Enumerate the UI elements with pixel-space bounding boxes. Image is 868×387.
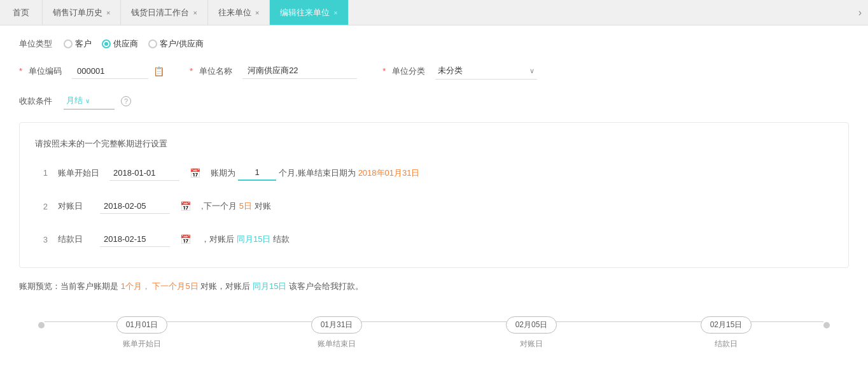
tab-sales-history-close[interactable]: ×: [106, 9, 110, 17]
row-3-date-input[interactable]: [100, 232, 170, 247]
tab-bar: 首页 销售订单历史 × 钱货日清工作台 × 往来单位 × 编辑往来单位 × ›: [0, 0, 868, 25]
unit-code-group: * 单位编码 📋: [19, 64, 164, 79]
unit-category-chevron: ∨: [529, 67, 535, 75]
tab-cash-work-close[interactable]: ×: [193, 9, 197, 17]
timeline-node-4: 02月15日 结款日: [629, 316, 823, 349]
preview-section: 账期预览：当前客户账期是 1个月， 下一个月5日 对账，对账后 同月15日 该客…: [19, 281, 849, 369]
row-1-date-input[interactable]: [109, 165, 179, 181]
timeline-node-1-badge: 01月01日: [116, 316, 168, 334]
tab-partner-close[interactable]: ×: [255, 9, 259, 17]
row-2-calendar-icon[interactable]: 📅: [180, 201, 191, 211]
row-1-suffix-prefix: 账期为: [211, 167, 235, 179]
timeline-node-4-label: 结款日: [715, 339, 738, 349]
radio-supplier-circle: [102, 39, 111, 48]
unit-type-radio-group: 客户 供应商 客户/供应商: [64, 38, 204, 50]
row-2-type: 对账日: [58, 201, 90, 212]
preview-part2: 下一个月5日: [152, 281, 198, 291]
unit-code-label: 单位编码: [29, 66, 62, 77]
setting-row-1: 1 账单开始日 📅 账期为 个月,账单结束日期为 2018年01月31日: [35, 165, 833, 181]
unit-name-group: * 单位名称: [190, 64, 357, 79]
timeline: 01月01日 账单开始日 01月31日 账单结束日 02月05日 对账日 02月…: [19, 310, 849, 369]
row-2-suffix-end: 对账: [255, 201, 271, 212]
help-icon[interactable]: ?: [121, 96, 131, 106]
radio-customer-supplier-circle: [148, 39, 157, 48]
radio-supplier-label: 供应商: [113, 38, 138, 50]
unit-category-group: * 单位分类 未分类 ∨: [382, 62, 537, 80]
radio-customer-supplier-label: 客户/供应商: [160, 38, 204, 50]
timeline-node-3-label: 对账日: [520, 339, 543, 349]
copy-icon[interactable]: 📋: [153, 66, 164, 76]
radio-customer-supplier[interactable]: 客户/供应商: [148, 38, 204, 50]
payment-terms-select[interactable]: 月结 ∨: [64, 92, 115, 109]
row-1-num: 1: [35, 168, 48, 178]
timeline-node-2-badge: 01月31日: [311, 316, 363, 334]
radio-customer-circle: [64, 39, 73, 48]
payment-terms-label: 收款条件: [19, 95, 52, 107]
tab-edit-partner-close[interactable]: ×: [333, 9, 337, 17]
unit-category-star: *: [382, 66, 386, 76]
row-1-highlight: 2018年01月31日: [358, 167, 420, 179]
preview-part5: 该客户会给我打款。: [289, 281, 363, 291]
radio-supplier[interactable]: 供应商: [102, 38, 138, 50]
row-1-type: 账单开始日: [58, 167, 99, 179]
radio-customer[interactable]: 客户: [64, 38, 92, 50]
tab-sales-history[interactable]: 销售订单历史 ×: [43, 0, 121, 25]
unit-name-star: *: [190, 66, 193, 76]
row-3-suffix-end: 结款: [273, 234, 290, 245]
timeline-end-dot: [823, 322, 830, 328]
row-1-suffix: 账期为 个月,账单结束日期为 2018年01月31日: [211, 165, 419, 181]
tab-expand-button[interactable]: ›: [852, 0, 868, 25]
row-1-suffix-mid: 个月,账单结束日期为: [279, 167, 356, 179]
row-2-highlight: 5日: [239, 201, 252, 212]
row-3-suffix: ，对账后 同月15日 结款: [201, 234, 290, 245]
row-1-calendar-icon[interactable]: 📅: [190, 168, 200, 178]
row-3-highlight: 同月15日: [237, 234, 270, 245]
preview-part3: 对账，对账后: [200, 281, 250, 291]
unit-type-row: 单位类型 客户 供应商 客户/供应商: [19, 38, 849, 50]
tab-edit-partner-label: 编辑往来单位: [280, 7, 330, 18]
preview-part1: 1个月，: [121, 281, 150, 291]
radio-customer-label: 客户: [75, 38, 92, 50]
info-row: * 单位编码 📋 * 单位名称 * 单位分类 未分类 ∨: [19, 62, 849, 80]
timeline-node-1: 01月01日 账单开始日: [45, 316, 239, 349]
unit-name-input[interactable]: [242, 64, 357, 79]
timeline-node-2: 01月31日 账单结束日: [239, 316, 434, 349]
setting-row-3: 3 结款日 📅 ，对账后 同月15日 结款: [35, 232, 833, 247]
tab-cash-work-label: 钱货日清工作台: [131, 7, 189, 18]
preview-part4: 同月15日: [253, 281, 286, 291]
payment-terms-chevron: ∨: [85, 97, 90, 104]
row-3-calendar-icon[interactable]: 📅: [180, 234, 191, 244]
payment-terms-value: 月结: [66, 95, 83, 106]
main-content: 单位类型 客户 供应商 客户/供应商 * 单位编码 📋 * 单位名称: [0, 25, 868, 387]
unit-category-label: 单位分类: [392, 66, 425, 77]
row-2-date-input[interactable]: [100, 199, 170, 214]
tab-sales-history-label: 销售订单历史: [53, 7, 102, 18]
unit-code-star: *: [19, 66, 22, 76]
unit-category-select[interactable]: 未分类 ∨: [435, 62, 537, 80]
timeline-node-1-label: 账单开始日: [123, 339, 161, 349]
row-2-num: 2: [35, 202, 48, 211]
row-3-type: 结款日: [58, 234, 90, 245]
tab-edit-partner[interactable]: 编辑往来单位 ×: [270, 0, 348, 25]
unit-name-label: 单位名称: [199, 66, 232, 77]
tab-partner[interactable]: 往来单位 ×: [208, 0, 270, 25]
payment-terms-row: 收款条件 月结 ∨ ?: [19, 92, 849, 109]
tab-partner-label: 往来单位: [218, 7, 251, 18]
row-1-month-input[interactable]: [238, 165, 276, 181]
row-3-suffix-prefix: ，对账后: [201, 234, 234, 245]
tab-cash-work[interactable]: 钱货日清工作台 ×: [121, 0, 207, 25]
tab-home[interactable]: 首页: [0, 0, 43, 25]
tab-home-label: 首页: [13, 7, 29, 18]
timeline-node-4-badge: 02月15日: [701, 316, 752, 334]
preview-label: 账期预览：当前客户账期是: [19, 281, 118, 291]
row-2-suffix: ,下一个月 5日 对账: [201, 201, 271, 212]
unit-category-value: 未分类: [438, 65, 463, 76]
row-3-num: 3: [35, 235, 48, 244]
timeline-start-dot: [38, 322, 45, 328]
preview-text: 账期预览：当前客户账期是 1个月， 下一个月5日 对账，对账后 同月15日 该客…: [19, 281, 849, 292]
section-title: 请按照未来的一个完整帐期进行设置: [35, 138, 833, 150]
unit-code-input[interactable]: [72, 64, 148, 79]
unit-type-label: 单位类型: [19, 38, 52, 50]
timeline-node-2-label: 账单结束日: [318, 339, 356, 349]
timeline-node-3-badge: 02月05日: [506, 316, 557, 334]
